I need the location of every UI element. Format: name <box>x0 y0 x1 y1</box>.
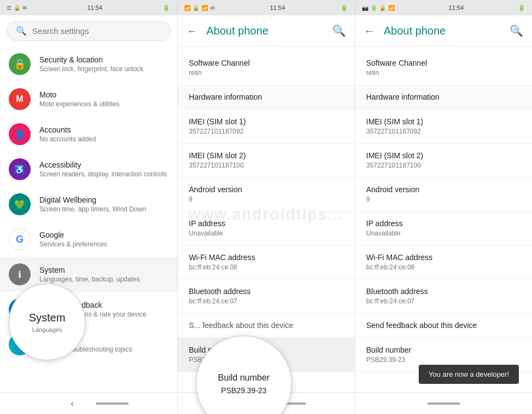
sidebar-item-security[interactable]: 🔒 Security & location Screen lock, finge… <box>0 47 177 82</box>
battery-mid: 🔋 <box>340 4 348 12</box>
about-item-imei1-value-2: 357227101187092 <box>366 128 521 135</box>
google-icon: G <box>9 228 31 250</box>
message-icon: ✉ <box>22 5 27 11</box>
about-item-ip-2[interactable]: IP address Unavailable <box>355 211 532 245</box>
about-item-imei2-2[interactable]: IMEI (SIM slot 2) 357227101187100 <box>355 143 532 177</box>
google-subtitle: Services & preferences <box>39 240 169 248</box>
system-circle-title: System <box>29 312 66 324</box>
time-mid: 11:54 <box>270 4 285 11</box>
panel-header-2: ← About phone 🔍 <box>355 15 532 47</box>
nav-home-indicator-right[interactable] <box>427 403 460 405</box>
about-item-android-value: 9 <box>189 196 344 203</box>
about-item-android-title: Android version <box>189 185 344 194</box>
about-item-feedback-title-2: Send feedback about this device <box>366 321 521 330</box>
sidebar-item-system[interactable]: ℹ System Languages, time, backup, update… <box>0 257 177 292</box>
back-button-1[interactable]: ← <box>187 25 198 37</box>
lock-icon-mid: 🔒 <box>193 5 199 11</box>
about-item-ip-value-2: Unavailable <box>366 229 521 237</box>
sidebar-item-accessibility[interactable]: ♿ Accessibility Screen readers, display,… <box>0 152 177 187</box>
about-item-hw-1[interactable]: Hardware information <box>178 85 355 110</box>
about-item-feedback-1[interactable]: S... feedback about this device <box>178 313 355 338</box>
developer-toast: You are now a developer! <box>419 365 519 384</box>
accounts-subtitle: No accounts added <box>39 135 169 143</box>
about-item-imei2-title: IMEI (SIM slot 2) <box>189 151 344 160</box>
about-item-android-value-2: 9 <box>366 196 521 203</box>
about-item-wifi-2[interactable]: Wi-Fi MAC address bc:ff:eb:24:ce:08 <box>355 245 532 279</box>
moto-title: Moto <box>39 90 169 99</box>
about-item-imei1-value: 357227101187092 <box>189 128 344 135</box>
nav-home-indicator-left[interactable] <box>96 403 129 405</box>
time-right: 11:54 <box>449 4 464 11</box>
search-bar[interactable]: 🔍 <box>7 21 171 41</box>
accounts-icon: 👤 <box>9 123 31 145</box>
about-item-hw-2[interactable]: Hardware information <box>355 85 532 110</box>
back-button-2[interactable]: ← <box>364 25 375 37</box>
about-item-android-title-2: Android version <box>366 185 521 194</box>
about-item-title: Software Channel <box>189 59 344 67</box>
about-item-android-2[interactable]: Android version 9 <box>355 177 532 211</box>
about-item-feedback-title: S... feedback about this device <box>189 321 344 330</box>
search-button-1[interactable]: 🔍 <box>332 24 346 37</box>
system-circle-overlay: System Languages <box>9 284 85 360</box>
sidebar-item-moto[interactable]: M Moto Moto experiences & utilities <box>0 82 177 117</box>
about-item-imei1-2[interactable]: IMEI (SIM slot 1) 357227101187092 <box>355 110 532 143</box>
wellbeing-icon: 💚 <box>9 193 31 215</box>
battery-right: 🔋 <box>518 4 525 12</box>
nav-back-left[interactable]: ‹ <box>49 394 95 413</box>
search-button-2[interactable]: 🔍 <box>510 24 523 37</box>
wellbeing-subtitle: Screen time, app timers, Wind Down <box>39 205 169 213</box>
about-panel-2: ← About phone 🔍 Software Channel retin H… <box>355 15 532 414</box>
about-item-imei1-title-2: IMEI (SIM slot 1) <box>366 117 521 126</box>
security-title: Security & location <box>39 55 169 64</box>
time-left: 11:54 <box>87 4 102 11</box>
sidebar-item-google[interactable]: G Google Services & preferences <box>0 222 177 257</box>
about-item-imei2-1[interactable]: IMEI (SIM slot 2) 357227101187100 <box>178 143 355 177</box>
about-item-value: retin <box>189 69 344 77</box>
about-item-wifi-title: Wi-Fi MAC address <box>189 253 344 262</box>
lock-icon: 🔒 <box>14 5 20 11</box>
about-item-ip-title: IP address <box>189 219 344 228</box>
about-item-imei2-title-2: IMEI (SIM slot 2) <box>366 151 521 160</box>
signal2-icon-mid: 📶 <box>201 5 208 11</box>
about-item-feedback-2[interactable]: Send feedback about this device <box>355 313 532 338</box>
about-item-imei1-title: IMEI (SIM slot 1) <box>189 117 344 126</box>
security-subtitle: Screen lock, fingerprint, face unlock <box>39 65 169 73</box>
about-item-wifi-1[interactable]: Wi-Fi MAC address bc:ff:eb:24:ce:08 <box>178 245 355 279</box>
about-item-build-value-2: PSB29.39-23 <box>366 356 521 364</box>
about-item-bt-1[interactable]: Bluetooth address bc:ff:eb:24:ce:07 <box>178 279 355 313</box>
battery-icon-right: 🔋 <box>371 5 377 11</box>
about-item-wifi-value-2: bc:ff:eb:24:ce:08 <box>366 263 521 271</box>
about-item-android-1[interactable]: Android version 9 <box>178 177 355 211</box>
system-title: System <box>39 266 169 274</box>
sidebar-item-wellbeing[interactable]: 💚 Digital Wellbeing Screen time, app tim… <box>0 187 177 222</box>
build-circle-title: Build number <box>218 373 269 383</box>
wifi-icon-right: 📶 <box>388 5 395 11</box>
about-item-sw-channel-2[interactable]: Software Channel retin <box>355 51 532 85</box>
about-item-imei2-value-2: 357227101187100 <box>366 162 521 169</box>
lock-icon-right: 🔒 <box>379 5 386 11</box>
about-item-ip-1[interactable]: IP address Unavailable <box>178 211 355 245</box>
battery-left: 🔋 <box>163 4 170 12</box>
moto-subtitle: Moto experiences & utilities <box>39 100 169 108</box>
panel-title-2: About phone <box>384 25 501 37</box>
google-title: Google <box>39 231 169 239</box>
about-item-bt-value-2: bc:ff:eb:24:ce:07 <box>366 297 521 305</box>
search-input[interactable] <box>32 26 161 36</box>
about-item-bt-value: bc:ff:eb:24:ce:07 <box>189 297 344 305</box>
search-icon: 🔍 <box>16 26 27 36</box>
about-item-wifi-value: bc:ff:eb:24:ce:08 <box>189 263 344 271</box>
accessibility-subtitle: Screen readers, display, interaction con… <box>39 170 169 178</box>
about-item-imei1-1[interactable]: IMEI (SIM slot 1) 357227101187092 <box>178 110 355 143</box>
build-circle-value: PSB29.39-23 <box>221 386 267 395</box>
about-item-ip-value: Unavailable <box>189 229 344 237</box>
about-item-bt-2[interactable]: Bluetooth address bc:ff:eb:24:ce:07 <box>355 279 532 313</box>
security-icon: 🔒 <box>9 53 31 75</box>
about-item-bt-title: Bluetooth address <box>189 287 344 296</box>
sidebar-item-accounts[interactable]: 👤 Accounts No accounts added <box>0 117 177 152</box>
moto-icon: M <box>9 88 31 110</box>
about-item-sw-channel-1[interactable]: Software Channel retin <box>178 51 355 85</box>
about-item-hw-title: Hardware information <box>189 93 344 101</box>
about-item-wifi-title-2: Wi-Fi MAC address <box>366 253 521 262</box>
system-subtitle: Languages, time, backup, updates <box>39 275 169 283</box>
panel-header-1: ← About phone 🔍 <box>178 15 355 47</box>
